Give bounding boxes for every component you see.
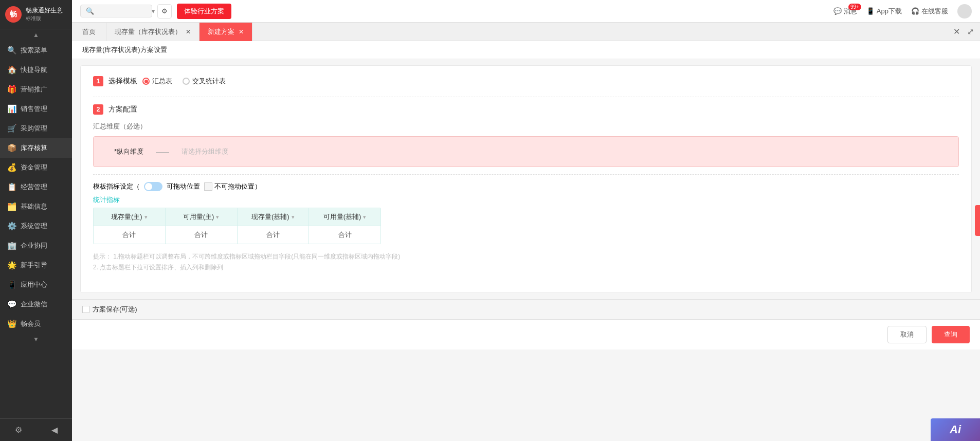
sidebar-collapse-btn[interactable]: ◀ (47, 423, 62, 437)
logo-text: 畅康通好生意 标准版 (26, 7, 63, 22)
sidebar-item-search-menu[interactable]: 🔍 搜索菜单 (0, 41, 72, 60)
topbar-right: 💬 消息 99+ 📱 App下载 🎧 在线客服 (833, 4, 972, 19)
stats-table: 现存量(主) ▾ 可用量(主) ▾ 现存量(基辅) ▾ 可用量(基辅) (93, 208, 381, 244)
indicator-badge-dot (145, 183, 152, 190)
topbar-settings-btn[interactable]: ⚙ (157, 4, 172, 19)
col2-chevron-icon: ▾ (292, 214, 295, 220)
main-area: 🔍 ▾ ⚙ 体验行业方案 💬 消息 99+ 📱 App下载 🎧 在线客服 (72, 0, 980, 441)
trial-button[interactable]: 体验行业方案 (177, 4, 231, 19)
sidebar-item-marketing[interactable]: 🎁 营销推广 (0, 80, 72, 99)
dim-field-label: 汇总维度（必选） (93, 122, 959, 131)
tab-inventory-status[interactable]: 现存量（库存状况表） ✕ (106, 23, 199, 41)
sidebar-item-finance[interactable]: 💰 资金管理 (0, 158, 72, 177)
basic-info-icon: 🗂️ (7, 202, 16, 211)
stats-table-row-0: 合计 合计 合计 合计 (94, 226, 380, 244)
sidebar-logo: 畅 畅康通好生意 标准版 (0, 0, 72, 29)
sidebar-item-quick-nav[interactable]: 🏠 快捷导航 (0, 60, 72, 80)
quick-nav-icon: 🏠 (7, 65, 16, 75)
page-header: 现存量(库存状况表)方案设置 (72, 41, 980, 59)
sidebar-item-new-guide[interactable]: 🌟 新手引导 (0, 255, 72, 275)
indicator-drag-label: 可拖动位置 (167, 182, 200, 191)
radio-summary[interactable]: 汇总表 (142, 77, 172, 86)
search-box[interactable]: 🔍 ▾ (80, 5, 152, 17)
sidebar-item-app-center[interactable]: 📱 应用中心 (0, 275, 72, 295)
search-menu-icon: 🔍 (7, 46, 16, 55)
sidebar-item-enterprise[interactable]: 🏢 企业协同 (0, 236, 72, 255)
ai-badge[interactable]: Ai (931, 418, 980, 441)
indicator-drag-toggle[interactable] (144, 182, 162, 191)
stats-cell-0-3: 合计 (309, 226, 380, 244)
app-download-icon: 📱 (866, 7, 875, 15)
user-avatar[interactable] (957, 4, 972, 19)
stats-col-3[interactable]: 可用量(基辅) ▾ (309, 208, 380, 226)
stats-col-1[interactable]: 可用量(主) ▾ (166, 208, 238, 226)
radio-summary-circle (142, 78, 150, 85)
logo-icon: 畅 (5, 6, 22, 23)
col0-chevron-icon: ▾ (144, 214, 148, 220)
sidebar-item-basic-info[interactable]: 🗂️ 基础信息 (0, 197, 72, 216)
query-button[interactable]: 查询 (932, 326, 970, 343)
tab-close-all-btn[interactable]: ✕ (951, 26, 962, 38)
dim-area: *纵向维度 —— 请选择分组维度 (93, 136, 959, 167)
sidebar-bottom: ⚙ ◀ (0, 418, 72, 441)
stats-table-header: 现存量(主) ▾ 可用量(主) ▾ 现存量(基辅) ▾ 可用量(基辅) (94, 208, 380, 226)
indicator-no-drag-box (204, 182, 212, 191)
sidebar-settings-btn[interactable]: ⚙ (11, 423, 26, 437)
search-icon: 🔍 (86, 7, 94, 15)
stats-cell-0-0: 合计 (94, 226, 166, 244)
online-service-btn[interactable]: 🎧 在线客服 (911, 7, 948, 16)
sidebar: 畅 畅康通好生意 标准版 ▲ 🔍 搜索菜单 🏠 快捷导航 🎁 营销推广 📊 销售… (0, 0, 72, 441)
search-input[interactable] (97, 8, 149, 15)
sidebar-item-members[interactable]: 👑 畅会员 (0, 314, 72, 334)
wechat-icon: 💬 (7, 300, 16, 309)
col3-chevron-icon: ▾ (363, 214, 366, 220)
col1-chevron-icon: ▾ (216, 214, 219, 220)
operations-icon: 📋 (7, 182, 16, 192)
sales-icon: 📊 (7, 104, 16, 114)
finance-icon: 💰 (7, 163, 16, 172)
sidebar-item-purchase[interactable]: 🛒 采购管理 (0, 119, 72, 138)
marketing-icon: 🎁 (7, 85, 16, 94)
sidebar-scroll-down[interactable]: ▼ (0, 334, 72, 345)
action-bar: 取消 查询 (72, 319, 980, 350)
indicator-label-row: 模板指标设定（ 可拖动位置 不可拖动位置） (93, 182, 959, 191)
save-checkbox-item[interactable]: 方案保存(可选) (82, 305, 137, 314)
sidebar-item-sales[interactable]: 📊 销售管理 (0, 99, 72, 119)
tab-inventory-close[interactable]: ✕ (186, 28, 191, 35)
footer-bar: 方案保存(可选) (72, 299, 980, 319)
members-icon: 👑 (7, 319, 16, 328)
purchase-icon: 🛒 (7, 124, 16, 133)
inventory-icon: 📦 (7, 143, 16, 153)
section-config: 2 方案配置 汇总维度（必选） *纵向维度 —— 请选择分组维度 模板指标设定（ (93, 104, 959, 272)
section-divider-1 (93, 97, 959, 97)
system-icon: ⚙️ (7, 222, 16, 231)
cancel-button[interactable]: 取消 (887, 326, 927, 343)
tab-new-plan[interactable]: 新建方案 ✕ (199, 23, 252, 41)
content-area: 现存量(库存状况表)方案设置 1 选择模板 汇总表 (72, 41, 980, 441)
sidebar-item-operations[interactable]: 📋 经营管理 (0, 177, 72, 197)
sidebar-item-inventory[interactable]: 📦 库存核算 (0, 138, 72, 158)
stats-cell-0-2: 合计 (238, 226, 310, 244)
save-checkbox-box[interactable] (82, 306, 89, 313)
radio-cross[interactable]: 交叉统计表 (183, 77, 226, 86)
stats-title: 统计指标 (93, 195, 959, 205)
stats-col-2[interactable]: 现存量(基辅) ▾ (238, 208, 310, 226)
tab-expand-btn[interactable]: ⤢ (965, 26, 976, 38)
headset-icon: 🎧 (911, 7, 919, 15)
sidebar-item-wechat[interactable]: 💬 企业微信 (0, 295, 72, 314)
message-icon: 💬 (833, 7, 842, 15)
app-download-btn[interactable]: 📱 App下载 (866, 7, 902, 16)
stats-cell-0-1: 合计 (166, 226, 238, 244)
sidebar-item-system[interactable]: ⚙️ 系统管理 (0, 216, 72, 236)
sidebar-scroll-up[interactable]: ▲ (0, 29, 72, 41)
search-dropdown-icon[interactable]: ▾ (152, 8, 155, 15)
tab-new-plan-close[interactable]: ✕ (239, 28, 244, 35)
indicator-no-drag-label: 不可拖动位置） (214, 182, 261, 191)
tabs-bar: 首页 现存量（库存状况表） ✕ 新建方案 ✕ ✕ ⤢ (72, 23, 980, 41)
tab-home[interactable]: 首页 (72, 23, 106, 41)
message-btn[interactable]: 💬 消息 99+ (833, 7, 857, 16)
stats-col-0[interactable]: 现存量(主) ▾ (94, 208, 166, 226)
settings-icon: ⚙ (161, 7, 168, 15)
dim-dash: —— (156, 148, 169, 156)
indicator-no-drag-group: 不可拖动位置） (204, 182, 261, 191)
